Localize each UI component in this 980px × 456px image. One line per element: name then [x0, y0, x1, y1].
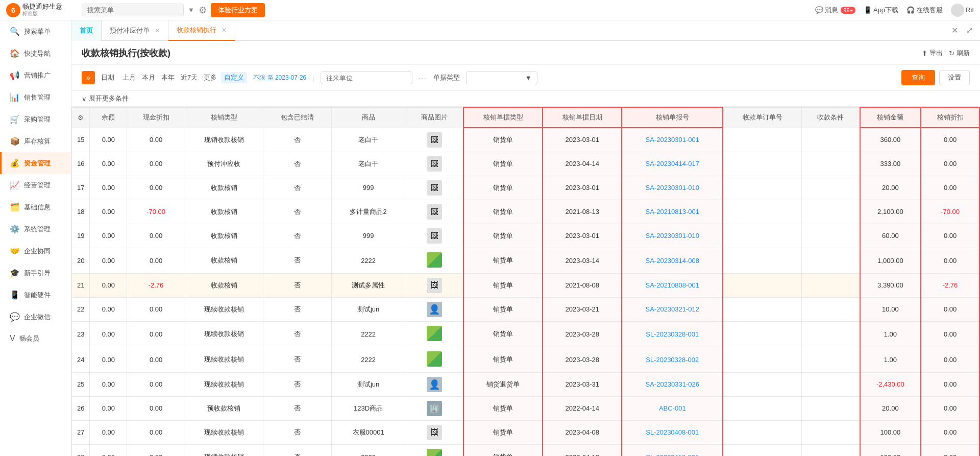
row-verify-amount: 20.00: [860, 176, 921, 200]
row-verify-bill-no[interactable]: SL-20230408-001: [622, 420, 723, 444]
sidebar-item-sales[interactable]: 📊 销售管理: [0, 86, 71, 108]
verify-tab-close[interactable]: ✕: [222, 27, 227, 34]
message-item[interactable]: 💬 消息 99+: [815, 6, 855, 15]
sidebar-item-operations[interactable]: 📈 经营管理: [0, 174, 71, 196]
expand-conditions-button[interactable]: ∨ 展开更多条件: [82, 94, 129, 103]
refresh-button[interactable]: ↻ 刷新: [949, 49, 970, 58]
tab-home[interactable]: 首页: [71, 20, 102, 41]
row-cash-discount: 0.00: [127, 321, 185, 347]
sidebar-item-member[interactable]: V 畅会员: [0, 328, 71, 349]
col-verify-discount: 核销折扣: [921, 107, 979, 128]
row-verify-bill-type: 销货单: [463, 152, 543, 176]
row-verify-bill-no[interactable]: SA-20210813-001: [622, 200, 723, 224]
row-verify-bill-type: 销货单: [463, 297, 543, 321]
last-7days-link[interactable]: 近7天: [179, 72, 200, 83]
row-receipt-order-no: [723, 396, 801, 420]
query-button[interactable]: 查询: [901, 70, 935, 85]
row-product: 测试jun: [331, 297, 405, 321]
table-row: 200.000.00收款核销否2222销货单2023-03-14SA-20230…: [72, 248, 980, 273]
user-profile[interactable]: Rit: [951, 4, 974, 17]
export-button[interactable]: ⬆ 导出: [922, 49, 943, 58]
row-balance: 0.00: [90, 321, 127, 347]
row-id: 16: [72, 152, 90, 176]
row-verify-discount: 0.00: [921, 444, 979, 456]
row-verify-discount: 0.00: [921, 176, 979, 200]
last-month-link[interactable]: 上月: [120, 72, 138, 83]
row-verify-bill-no[interactable]: SL-20230418-001: [622, 444, 723, 456]
page-header: 收款核销执行(按收款) ⬆ 导出 ↻ 刷新: [71, 41, 980, 65]
row-receipt-order-no: [723, 176, 801, 200]
party-input[interactable]: [321, 71, 412, 84]
row-include-settled: 否: [263, 273, 331, 297]
row-verify-bill-no[interactable]: SA-20210808-001: [622, 273, 723, 297]
sidebar-item-enterprise[interactable]: 🤝 企业协同: [0, 240, 71, 262]
product-img-cell: 🖼: [405, 420, 463, 444]
marketing-icon: 📢: [10, 70, 20, 80]
sidebar-item-guide[interactable]: 🎓 新手引导: [0, 262, 71, 284]
sidebar-item-marketing[interactable]: 📢 营销推广: [0, 64, 71, 86]
export-icon: ⬆: [922, 50, 927, 57]
row-id: 22: [72, 297, 90, 321]
row-verify-bill-type: 销货单: [463, 176, 543, 200]
sidebar-item-wechat[interactable]: 💬 企业微信: [0, 306, 71, 328]
tab-prepay[interactable]: 预付冲应付单 ✕: [102, 20, 168, 41]
sidebar-item-system[interactable]: ⚙️ 系统管理: [0, 218, 71, 240]
row-verify-bill-no[interactable]: SA-20230314-008: [622, 248, 723, 273]
app-download-item[interactable]: 📱 App下载: [864, 6, 898, 15]
sidebar-item-inventory[interactable]: 📦 库存核算: [0, 130, 71, 152]
row-verify-bill-date: 2023-03-31: [543, 372, 622, 396]
row-verify-bill-no[interactable]: SA-20230414-017: [622, 152, 723, 176]
row-product: 999: [331, 176, 405, 200]
row-product: 2222: [331, 347, 405, 372]
row-verify-bill-no[interactable]: SA-20230301-010: [622, 176, 723, 200]
this-year-link[interactable]: 本年: [159, 72, 177, 83]
sidebar-item-hardware[interactable]: 📱 智能硬件: [0, 284, 71, 306]
row-verify-discount: 0.00: [921, 372, 979, 396]
row-verify-discount: 0.00: [921, 420, 979, 444]
row-balance: 0.00: [90, 176, 127, 200]
more-link[interactable]: 更多: [202, 72, 219, 83]
row-verify-bill-no[interactable]: SA-20230301-001: [622, 128, 723, 152]
settings-button[interactable]: 设置: [939, 70, 970, 85]
row-verify-type: 收款核销: [185, 224, 263, 248]
filter-expand-button[interactable]: »: [82, 71, 95, 84]
close-tab-button[interactable]: ✕: [948, 25, 961, 36]
sidebar-item-purchase[interactable]: 🛒 采购管理: [0, 108, 71, 130]
row-verify-amount: 333.00: [860, 152, 921, 176]
row-verify-bill-no[interactable]: SA-20230301-010: [622, 224, 723, 248]
sidebar-item-quick-nav[interactable]: 🏠 快捷导航: [0, 42, 71, 64]
row-include-settled: 否: [263, 224, 331, 248]
product-img-cell: 🖼: [405, 152, 463, 176]
settings-icon[interactable]: ⚙: [199, 5, 207, 16]
search-input[interactable]: [82, 4, 184, 16]
tab-verify[interactable]: 收款核销执行 ✕: [168, 20, 235, 41]
product-img-cell: 👤: [405, 372, 463, 396]
industry-solution-button[interactable]: 体验行业方案: [211, 3, 265, 17]
row-verify-bill-no[interactable]: SL-20230328-001: [622, 321, 723, 347]
row-verify-bill-no[interactable]: ABC-001: [622, 396, 723, 420]
product-img-cell: 🖼: [405, 176, 463, 200]
single-type-select[interactable]: ▼: [466, 71, 537, 84]
custom-date-link[interactable]: 自定义: [221, 72, 247, 83]
sidebar-item-finance[interactable]: 💰 资金管理: [0, 152, 71, 174]
sidebar-item-search[interactable]: 🔍 搜索菜单: [0, 20, 71, 42]
row-product: 2222: [331, 444, 405, 456]
dropdown-arrow[interactable]: ▼: [188, 6, 194, 14]
prepay-tab-close[interactable]: ✕: [155, 27, 160, 34]
row-verify-bill-no[interactable]: SL-20230328-002: [622, 347, 723, 372]
row-verify-bill-no[interactable]: SA-20230321-012: [622, 297, 723, 321]
row-receipt-order-no: [723, 248, 801, 273]
row-verify-discount: 0.00: [921, 321, 979, 347]
row-verify-bill-no[interactable]: SA-20230331-026: [622, 372, 723, 396]
this-month-link[interactable]: 本月: [140, 72, 157, 83]
row-balance: 0.00: [90, 444, 127, 456]
row-verify-type: 收款核销: [185, 248, 263, 273]
username-label: Rit: [966, 6, 974, 14]
row-verify-amount: 1.00: [860, 321, 921, 347]
sidebar-item-basic[interactable]: 🗂️ 基础信息: [0, 196, 71, 218]
row-id: 26: [72, 396, 90, 420]
maximize-button[interactable]: ⤢: [963, 25, 976, 36]
home-icon: 🏠: [10, 49, 20, 58]
col-settings[interactable]: ⚙: [72, 107, 90, 128]
online-service-item[interactable]: 🎧 在线客服: [906, 6, 943, 15]
